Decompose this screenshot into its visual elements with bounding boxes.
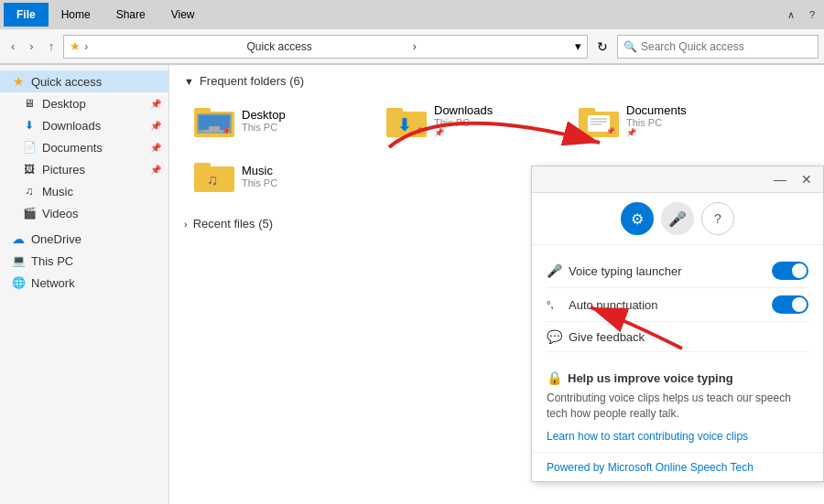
folder-label-area-music: Music This PC xyxy=(242,164,277,188)
frequent-folders-title: Frequent folders (6) xyxy=(200,74,304,88)
recent-chevron-icon: › xyxy=(184,219,188,230)
voice-gear-button[interactable]: ⚙ xyxy=(621,202,654,235)
help-btn[interactable]: ? xyxy=(804,5,820,24)
voice-minimize-button[interactable]: — xyxy=(768,170,792,188)
folder-name-music: Music xyxy=(242,164,277,177)
voice-panel-header: — ✕ xyxy=(532,166,823,193)
sidebar-item-onedrive[interactable]: ☁ OneDrive xyxy=(0,228,168,250)
documents-icon: 📄 xyxy=(22,140,37,155)
voice-improve-title: Help us improve voice typing xyxy=(568,371,733,385)
voice-typing-launcher-toggle[interactable] xyxy=(772,262,808,280)
search-box[interactable]: 🔍 xyxy=(617,35,819,59)
tab-file[interactable]: File xyxy=(4,3,49,27)
sidebar-item-desktop[interactable]: 🖥 Desktop 📌 xyxy=(0,92,168,114)
folder-item-desktop[interactable]: 📌 Desktop This PC xyxy=(184,97,367,144)
documents-pin-label: 📌 xyxy=(626,128,687,137)
give-feedback-icon: 💬 xyxy=(547,329,569,344)
tab-share[interactable]: Share xyxy=(103,3,158,27)
voice-help-button[interactable]: ? xyxy=(701,202,734,235)
desktop-pin-badge: 📌 xyxy=(222,127,231,135)
sidebar-item-thispc[interactable]: 💻 This PC xyxy=(0,250,168,272)
folder-icon-music: ♫ xyxy=(194,159,234,192)
ribbon-collapse-btn[interactable]: ∧ xyxy=(782,5,800,25)
voice-typing-launcher-row: 🎤 Voice typing launcher xyxy=(547,254,808,288)
content-area: ▼ Frequent folders (6) 📌 xyxy=(169,65,824,504)
frequent-folders-header[interactable]: ▼ Frequent folders (6) xyxy=(184,74,809,88)
sidebar-item-network[interactable]: 🌐 Network xyxy=(0,272,168,294)
downloads-pin-icon: 📌 xyxy=(150,121,161,131)
pictures-pin-icon: 📌 xyxy=(150,165,161,175)
sidebar: ★ Quick access 🖥 Desktop 📌 ⬇ Downloads 📌… xyxy=(0,65,169,504)
voice-footer: Powered by Microsoft Online Speech Tech xyxy=(532,452,823,481)
address-path: Quick access xyxy=(246,40,408,53)
folder-name-desktop: Desktop xyxy=(242,108,286,122)
folder-label-area-downloads: Downloads This PC 📌 xyxy=(434,103,493,137)
folder-label-area-documents: Documents This PC 📌 xyxy=(626,103,687,137)
address-bar: ‹ › ↑ ★ › Quick access › ▾ ↻ 🔍 xyxy=(0,29,824,64)
voice-settings: 🎤 Voice typing launcher °, Auto punctuat… xyxy=(532,245,823,361)
voice-improve-desc: Contributing voice clips helps us teach … xyxy=(547,391,808,422)
search-input[interactable] xyxy=(641,40,812,53)
folder-name-downloads: Downloads xyxy=(434,103,493,117)
thispc-icon: 💻 xyxy=(11,253,26,268)
refresh-button[interactable]: ↻ xyxy=(591,37,613,57)
voice-footer-link[interactable]: Powered by Microsoft Online Speech Tech xyxy=(547,461,754,474)
sidebar-label-documents: Documents xyxy=(42,141,103,155)
voice-mic-button[interactable]: 🎤 xyxy=(661,202,694,235)
auto-punctuation-thumb xyxy=(792,297,807,312)
downloads-arrow-icon: ⬇ xyxy=(397,117,411,134)
network-icon: 🌐 xyxy=(11,275,26,290)
pictures-icon: 🖼 xyxy=(22,162,37,177)
svg-rect-5 xyxy=(209,126,220,130)
downloads-pin-badge: 📌 xyxy=(414,127,423,135)
voice-learn-link[interactable]: Learn how to start contributing voice cl… xyxy=(547,430,748,443)
voice-improve-header: 🔒 Help us improve voice typing xyxy=(547,370,808,385)
folder-item-music[interactable]: ♫ Music This PC xyxy=(184,153,367,198)
voice-toolbar: ⚙ 🎤 ? xyxy=(532,193,823,245)
documents-pin-icon: 📌 xyxy=(150,143,161,153)
back-button[interactable]: ‹ xyxy=(5,37,20,56)
sidebar-item-quick-access[interactable]: ★ Quick access xyxy=(0,70,168,92)
auto-punctuation-icon: °, xyxy=(547,299,569,310)
videos-icon: 🎬 xyxy=(22,206,37,220)
sidebar-item-documents[interactable]: 📄 Documents 📌 xyxy=(0,136,168,158)
give-feedback-label: Give feedback xyxy=(569,330,808,344)
sidebar-item-downloads[interactable]: ⬇ Downloads 📌 xyxy=(0,114,168,136)
folder-icon-documents: 📌 xyxy=(579,104,619,137)
sidebar-item-music[interactable]: ♫ Music xyxy=(0,180,168,202)
sidebar-label-pictures: Pictures xyxy=(42,163,85,177)
sidebar-label-onedrive: OneDrive xyxy=(31,232,81,246)
tab-home[interactable]: Home xyxy=(49,3,103,27)
folder-item-documents[interactable]: 📌 Documents This PC 📌 xyxy=(569,97,752,144)
give-feedback-row[interactable]: 💬 Give feedback xyxy=(547,322,808,352)
sidebar-label-downloads: Downloads xyxy=(42,119,101,133)
main-layout: ★ Quick access 🖥 Desktop 📌 ⬇ Downloads 📌… xyxy=(0,65,824,504)
auto-punctuation-row: °, Auto punctuation xyxy=(547,288,808,322)
svg-rect-16 xyxy=(194,163,211,172)
address-box[interactable]: ★ › Quick access › ▾ xyxy=(63,35,588,59)
up-button[interactable]: ↑ xyxy=(43,37,60,56)
voice-close-button[interactable]: ✕ xyxy=(796,170,818,188)
sidebar-label-music: Music xyxy=(42,185,73,198)
sidebar-label-videos: Videos xyxy=(42,207,79,220)
sidebar-label-quick-access: Quick access xyxy=(31,75,102,89)
voice-typing-launcher-thumb xyxy=(792,263,807,278)
tab-view[interactable]: View xyxy=(158,3,208,27)
folder-item-downloads[interactable]: ⬇ 📌 Downloads This PC 📌 xyxy=(376,97,559,144)
auto-punctuation-toggle[interactable] xyxy=(772,295,808,314)
folder-icon-desktop: 📌 xyxy=(194,104,234,137)
sidebar-item-videos[interactable]: 🎬 Videos xyxy=(0,202,168,224)
music-icon: ♫ xyxy=(22,184,37,198)
address-sep: › xyxy=(413,40,575,53)
quick-access-icon: ★ xyxy=(11,74,26,89)
folder-sub-documents: This PC xyxy=(626,117,687,128)
folder-sub-music: This PC xyxy=(242,177,277,188)
desktop-pin-icon: 📌 xyxy=(150,99,161,109)
folder-label-area-desktop: Desktop This PC xyxy=(242,108,286,133)
folder-sub-downloads: This PC xyxy=(434,117,493,128)
sidebar-item-pictures[interactable]: 🖼 Pictures 📌 xyxy=(0,158,168,180)
onedrive-icon: ☁ xyxy=(11,231,26,246)
forward-button[interactable]: › xyxy=(24,37,38,56)
address-dropdown-icon[interactable]: ▾ xyxy=(575,39,581,53)
recent-files-title: Recent files (5) xyxy=(193,217,273,231)
